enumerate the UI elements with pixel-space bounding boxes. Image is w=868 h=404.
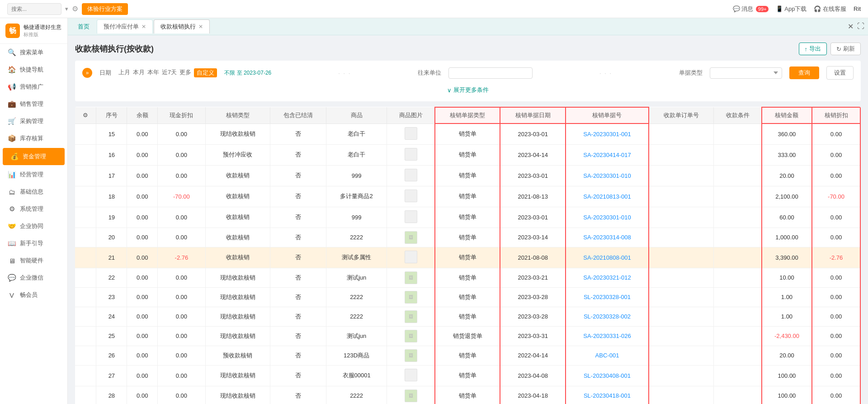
balance-cell: 0.00 (127, 165, 158, 186)
col-verify-doc-date: 核销单据日期 (500, 107, 565, 124)
receipt-condition-cell (714, 326, 762, 346)
verify-doc-date-cell: 2023-03-01 (500, 165, 565, 186)
date-filter-label: 日期 (99, 69, 111, 77)
settings-icon[interactable]: ⚙ (72, 5, 78, 13)
sidebar-item-nav[interactable]: 🏠 快捷导航 (0, 61, 67, 78)
verify-doc-no-cell: SA-20210808-001 (566, 247, 649, 268)
product-cell: 衣服00001 (326, 365, 387, 386)
seq-cell: 16 (96, 144, 127, 165)
verify-doc-no-link[interactable]: SA-20210808-001 (583, 254, 631, 261)
verify-doc-no-link[interactable]: SA-20210813-001 (583, 193, 631, 200)
sidebar-item-collab[interactable]: 🤝 企业协同 (0, 218, 67, 235)
col-settings[interactable]: ⚙ (75, 107, 96, 124)
partner-input[interactable] (448, 67, 533, 79)
product-cell: 999 (326, 165, 387, 186)
online-service-link[interactable]: 🎧 在线客服 (814, 5, 846, 13)
export-button[interactable]: ↑ 导出 (799, 43, 827, 55)
balance-cell: 0.00 (127, 307, 158, 326)
expand-more-conditions[interactable]: ∨ 展开更多条件 (82, 84, 854, 96)
date-last-month[interactable]: 上月 (118, 68, 130, 77)
home-icon: 🏠 (7, 66, 16, 74)
verify-amount-cell: 1.00 (762, 287, 812, 307)
messages-link[interactable]: 💬 消息 99+ (733, 5, 769, 13)
verify-amount-cell: 360.00 (762, 124, 812, 144)
search-input[interactable] (7, 3, 61, 15)
sidebar-item-wechat[interactable]: 💬 企业微信 (0, 269, 67, 286)
date-more[interactable]: 更多 (179, 68, 191, 77)
date-this-month[interactable]: 本月 (133, 68, 145, 77)
verify-doc-no-link[interactable]: SL-20230328-002 (584, 313, 631, 320)
filter-expand-button[interactable]: » (82, 68, 92, 78)
verify-discount-cell: 0.00 (812, 207, 860, 228)
verify-doc-no-link[interactable]: SA-20230331-026 (583, 333, 631, 339)
verify-doc-no-link[interactable]: SL-20230418-001 (584, 392, 631, 399)
user-name[interactable]: Rit (854, 5, 861, 12)
receipt-order-no-cell (649, 386, 714, 404)
balance-cell: 0.00 (127, 144, 158, 165)
verify-doc-no-link[interactable]: SA-20230314-008 (583, 234, 631, 241)
sidebar-item-system[interactable]: ⚙ 系统管理 (0, 200, 67, 218)
product-image (405, 369, 417, 381)
table-row: 26 0.00 0.00 预收款核销 否 123D商品 🖼 销货单 2022-0… (75, 346, 860, 365)
sidebar-item-search[interactable]: 🔍 搜索菜单 (0, 44, 67, 61)
product-image: 🖼 (405, 310, 417, 323)
date-this-year[interactable]: 本年 (147, 68, 159, 77)
include-settled-cell: 否 (270, 307, 326, 326)
tab-expand-icon[interactable]: ⛶ (857, 22, 864, 31)
verify-discount-cell: 0.00 (812, 386, 860, 404)
sidebar-item-inventory[interactable]: 📦 库存核算 (0, 130, 67, 147)
verify-doc-no-link[interactable]: SA-20230301-010 (583, 214, 631, 221)
product-img-cell (387, 365, 435, 386)
sidebar-item-hardware[interactable]: 🖥 智能硬件 (0, 252, 67, 269)
date-custom[interactable]: 自定义 (194, 68, 217, 77)
product-cell: 123D商品 (326, 346, 387, 365)
verify-doc-no-link[interactable]: SL-20230328-001 (584, 294, 631, 300)
product-cell: 测试多属性 (326, 247, 387, 268)
tab-close-all-icon[interactable]: ✕ (848, 22, 854, 31)
verify-doc-no-link[interactable]: SA-20230321-012 (583, 274, 631, 281)
col-settings-cell (75, 268, 96, 287)
tab-prepay[interactable]: 预付冲应付单 ✕ (97, 19, 153, 33)
doc-type-select[interactable] (710, 67, 782, 79)
verify-type-cell: 收款核销 (205, 186, 270, 207)
sidebar-item-guide[interactable]: 📖 新手引导 (0, 235, 67, 252)
verify-doc-no-link[interactable]: SA-20230301-010 (583, 172, 631, 179)
tab-home[interactable]: 首页 (71, 20, 96, 33)
verify-doc-no-link[interactable]: ABC-001 (595, 352, 619, 359)
cash-discount-cell: 0.00 (158, 228, 205, 247)
industry-solution-button[interactable]: 体验行业方案 (82, 3, 128, 15)
query-button[interactable]: 查询 (789, 67, 819, 79)
sidebar-item-sales[interactable]: 💼 销售管理 (0, 95, 67, 113)
balance-cell: 0.00 (127, 228, 158, 247)
date-7-days[interactable]: 近7天 (162, 68, 177, 77)
balance-cell: 0.00 (127, 386, 158, 404)
settings-button[interactable]: 设置 (826, 66, 854, 80)
date-range-display: 不限 至 2023-07-26 (224, 69, 271, 77)
verify-doc-no-link[interactable]: SA-20230301-001 (583, 131, 631, 138)
product-image: 🖼 (405, 291, 417, 304)
sidebar-item-member[interactable]: V 畅会员 (0, 286, 67, 304)
dropdown-icon[interactable]: ▾ (65, 5, 68, 12)
sidebar-item-base[interactable]: 🗂 基础信息 (0, 183, 67, 200)
sidebar-item-marketing[interactable]: 📢 营销推广 (0, 78, 67, 95)
verify-doc-no-link[interactable]: SA-20230414-017 (583, 152, 631, 158)
search-icon: 🔍 (7, 48, 16, 57)
table-header-row: ⚙ 序号 余额 现金折扣 核销类型 包含已结清 商品 商品图片 核销单据类型 核… (75, 107, 860, 124)
refresh-button[interactable]: ↻ 刷新 (830, 43, 861, 55)
tab-verify-close[interactable]: ✕ (198, 24, 203, 30)
cash-discount-cell: 0.00 (158, 207, 205, 228)
app-download-link[interactable]: 📱 App下载 (776, 5, 807, 13)
col-receipt-order-no: 收款单订单号 (649, 107, 714, 124)
verify-doc-no-link[interactable]: SL-20230408-001 (584, 372, 631, 379)
sidebar-item-fund[interactable]: 💰 资金管理 (3, 148, 65, 165)
col-cash-discount: 现金折扣 (158, 107, 205, 124)
export-icon: ↑ (805, 46, 808, 52)
product-img-cell: 🖼 (387, 287, 435, 307)
receipt-order-no-cell (649, 247, 714, 268)
sidebar-item-ops[interactable]: 📊 经营管理 (0, 166, 67, 183)
data-table-wrapper: ⚙ 序号 余额 现金折扣 核销类型 包含已结清 商品 商品图片 核销单据类型 核… (75, 107, 861, 404)
sidebar-item-purchase[interactable]: 🛒 采购管理 (0, 113, 67, 130)
tab-prepay-close[interactable]: ✕ (142, 24, 146, 30)
tab-verify[interactable]: 收款核销执行 ✕ (154, 19, 210, 33)
seq-cell: 19 (96, 207, 127, 228)
